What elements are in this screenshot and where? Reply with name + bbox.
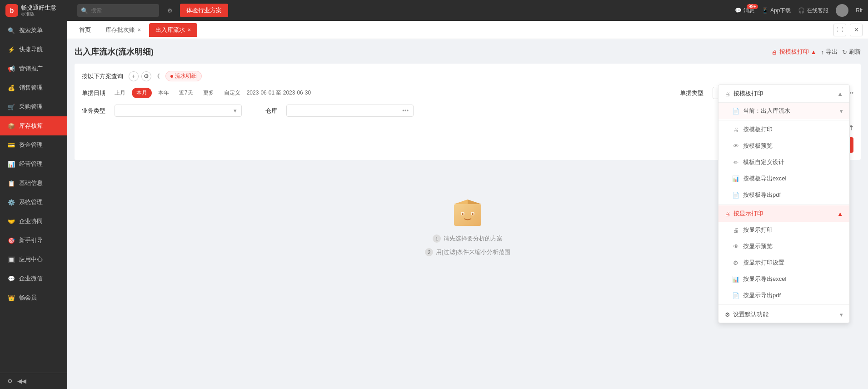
message-badge: 99+ — [747, 4, 758, 9]
date-btn-current-year[interactable]: 本年 — [155, 88, 173, 98]
system-icon: ⚙️ — [7, 198, 15, 206]
trial-button[interactable]: 体验行业方案 — [180, 4, 228, 17]
filter-tag-label: 流水明细 — [175, 72, 197, 80]
filter-collapse-left[interactable]: 《 — [154, 72, 160, 80]
sidebar-item-purchase[interactable]: 🛒 采购管理 — [0, 97, 67, 116]
template-custom-icon: ✏ — [732, 159, 739, 166]
guide-icon: 🎯 — [7, 236, 15, 244]
empty-step2-text: 用[过滤]条件来缩小分析范围 — [436, 248, 510, 256]
dropdown-display-section[interactable]: 🖨 按显示打印 ▲ — [718, 205, 849, 222]
online-service-btn[interactable]: 🎧 在线客服 — [798, 7, 828, 15]
tab-batch-ledger[interactable]: 库存批次账 × — [99, 23, 147, 37]
app-icon: 📱 — [762, 7, 768, 14]
search-input[interactable] — [91, 7, 145, 14]
sidebar-item-system[interactable]: ⚙️ 系统管理 — [0, 193, 67, 212]
quick-nav-icon: ⚡ — [7, 45, 15, 54]
dropdown-item-display-preview[interactable]: 👁 按显示预览 — [718, 238, 849, 254]
refresh-btn[interactable]: ↻ 刷新 — [842, 48, 861, 56]
sidebar-item-finance[interactable]: 💳 资金管理 — [0, 135, 67, 155]
date-btn-custom[interactable]: 自定义 — [220, 88, 244, 98]
display-preview-label: 按显示预览 — [743, 242, 773, 250]
sidebar-collapse-icon[interactable]: ◀◀ — [17, 378, 26, 384]
page-title: 出入库流水(流水明细) — [75, 46, 154, 57]
filter-add-btn[interactable]: + — [129, 71, 139, 81]
svg-marker-2 — [468, 199, 481, 204]
vip-icon: 👑 — [7, 294, 15, 302]
biz-type-select[interactable]: ▾ — [115, 105, 242, 117]
filter-row-1: 按以下方案查询 + ⚙ 《 流水明细 — [82, 71, 853, 81]
sidebar-label-marketing: 营销推广 — [19, 65, 43, 73]
export-btn[interactable]: ↑ 导出 — [821, 48, 838, 56]
user-avatar[interactable] — [836, 4, 848, 17]
sidebar-label-enterprise-coop: 企业协同 — [19, 217, 43, 225]
message-icon: 💬 — [735, 7, 742, 14]
date-btn-prev-month[interactable]: 上月 — [111, 88, 129, 98]
app-download-label: App下载 — [770, 7, 791, 15]
tab-bar: 首页 库存批次账 × 出入库流水 × ⛶ ✕ — [67, 21, 868, 39]
display-print-label: 按显示打印 — [743, 226, 773, 234]
dropdown-item-template-excel[interactable]: 📊 按模板导出excel — [718, 170, 849, 187]
warehouse-select[interactable]: ••• — [286, 105, 414, 117]
tab-maximize-btn[interactable]: ⛶ — [833, 24, 846, 36]
tab-batch-ledger-close[interactable]: × — [138, 27, 141, 33]
filter-settings-btn[interactable]: ⚙ — [141, 71, 151, 81]
settings-icon-btn[interactable]: ⚙ — [164, 4, 176, 17]
dropdown-item-template-preview[interactable]: 👁 按模板预览 — [718, 138, 849, 154]
warehouse-more-icon[interactable]: ••• — [402, 107, 409, 114]
tab-flow[interactable]: 出入库流水 × — [149, 23, 197, 37]
sidebar-item-sales[interactable]: 💰 销售管理 — [0, 78, 67, 97]
search-icon: 🔍 — [81, 7, 88, 14]
print-dropdown-panel: 🖨 按模板打印 ▲ 📄 当前：出入库流水 ▾ 🖨 — [718, 85, 850, 323]
dropdown-item-template-pdf[interactable]: 📄 按模板导出pdf — [718, 187, 849, 203]
sidebar-item-search-menu[interactable]: 🔍 搜索菜单 — [0, 21, 67, 40]
sidebar-item-enterprise-coop[interactable]: 🤝 企业协同 — [0, 212, 67, 231]
search-bar[interactable]: 🔍 — [77, 4, 159, 17]
print-template-btn[interactable]: 🖨 按模板打印 ▲ — [772, 48, 817, 56]
sidebar-settings-icon[interactable]: ⚙ — [7, 378, 13, 384]
sidebar-label-app-center: 应用中心 — [19, 255, 43, 264]
sidebar-label-vip: 畅会员 — [19, 294, 37, 302]
sidebar-label-sales: 销售管理 — [19, 84, 43, 92]
empty-step-1: 1 请先选择要分析的方案 — [433, 234, 503, 243]
tab-flow-close[interactable]: × — [188, 27, 191, 33]
dropdown-item-template-print[interactable]: 🖨 按模板打印 — [718, 121, 849, 138]
display-settings-icon: ⚙ — [732, 259, 739, 266]
sidebar-item-guide[interactable]: 🎯 新手引导 — [0, 231, 67, 250]
dropdown-header-arrow[interactable]: ▲ — [837, 90, 843, 97]
dropdown-item-display-excel[interactable]: 📊 按显示导出excel — [718, 271, 849, 287]
page-actions: 🖨 按模板打印 ▲ ↑ 导出 ↻ 刷新 — [772, 48, 861, 56]
doc-icon: 📄 — [732, 108, 739, 115]
tab-close-btn[interactable]: ✕ — [850, 24, 863, 36]
dropdown-item-display-settings[interactable]: ⚙ 按显示打印设置 — [718, 254, 849, 271]
sidebar-item-inventory[interactable]: 📦 库存核算 — [0, 116, 67, 135]
date-btn-more[interactable]: 更多 — [200, 88, 218, 98]
dropdown-item-template-custom[interactable]: ✏ 模板自定义设计 — [718, 154, 849, 170]
biz-type-label: 业务类型 — [82, 107, 105, 115]
sidebar-label-guide: 新手引导 — [19, 236, 43, 244]
sidebar-item-marketing[interactable]: 📢 营销推广 — [0, 59, 67, 78]
date-btn-current-month[interactable]: 本月 — [132, 88, 152, 98]
sidebar-item-enterprise-wechat[interactable]: 💬 企业微信 — [0, 269, 67, 288]
logo-area: b 畅捷通好生意 标准版 — [5, 4, 73, 17]
brand-name: 畅捷通好生意 — [21, 4, 56, 11]
dropdown-current-template[interactable]: 📄 当前：出入库流水 ▾ — [718, 103, 849, 119]
sidebar-label-purchase: 采购管理 — [19, 103, 43, 111]
sidebar-item-app-center[interactable]: 🔲 应用中心 — [0, 250, 67, 269]
dropdown-item-display-pdf[interactable]: 📄 按显示导出pdf — [718, 287, 849, 304]
dropdown-footer[interactable]: ⚙ 设置默认功能 ▾ — [718, 306, 849, 323]
sidebar-item-quick-nav[interactable]: ⚡ 快捷导航 — [0, 40, 67, 59]
app-download-btn[interactable]: 📱 App下载 — [762, 7, 791, 15]
dropdown-item-display-print[interactable]: 🖨 按显示打印 — [718, 222, 849, 238]
sidebar-scroll: 🔍 搜索菜单 ⚡ 快捷导航 📢 营销推广 💰 销售管理 🛒 采购管理 📦 — [0, 21, 67, 373]
sidebar-item-vip[interactable]: 👑 畅会员 — [0, 288, 67, 307]
filter-tag[interactable]: 流水明细 — [165, 71, 202, 81]
date-btn-last-7-days[interactable]: 近7天 — [175, 88, 197, 98]
template-pdf-icon: 📄 — [732, 191, 739, 199]
sidebar-item-operations[interactable]: 📊 经营管理 — [0, 155, 67, 174]
inventory-icon: 📦 — [7, 122, 15, 130]
warehouse-label: 仓库 — [265, 107, 277, 115]
footer-label: 设置默认功能 — [733, 310, 768, 319]
message-btn[interactable]: 💬 消息 99+ — [735, 7, 754, 15]
tab-home[interactable]: 首页 — [73, 23, 97, 37]
sidebar-item-basic-info[interactable]: 📋 基础信息 — [0, 174, 67, 193]
